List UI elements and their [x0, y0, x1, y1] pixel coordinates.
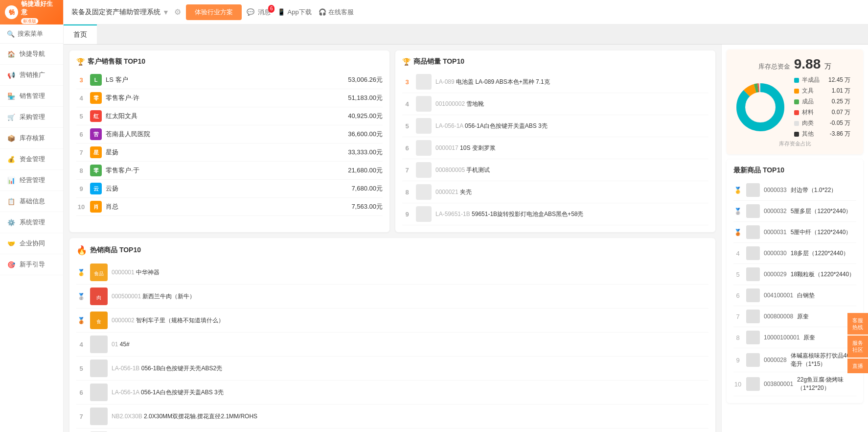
svg-rect-6: [417, 207, 431, 221]
product-img: [746, 267, 760, 281]
content-left: 🏆 客户销售额 TOP10 3 L LS 客户 53,006.26元 4 零: [64, 45, 721, 432]
product-name: 0000017 10S 变刺罗浆: [435, 144, 708, 152]
enterprise-icon: 🤝: [7, 239, 16, 248]
new-products-card: 最新商品 TOP10 🥇 0000033 封边带（1.0*22） 🥈: [727, 159, 863, 403]
sidebar-item-finance[interactable]: 💰 资金管理: [0, 149, 63, 170]
svg-rect-13: [90, 336, 108, 353]
new-product-item: 🥉 0000031 5厘中纤（1220*2440）: [733, 222, 856, 243]
legend-dot: [794, 121, 799, 126]
legend-item: 材料 0.07 万: [794, 108, 850, 117]
rank-item: 5 LA-056-1A 056-1A白色按键开关盖ABS 3壳: [402, 115, 708, 137]
sidebar-item-label: 采购管理: [20, 113, 45, 121]
rank-item: 7 000800005 手机测试: [402, 159, 708, 181]
system-icon: ⚙️: [7, 218, 16, 227]
tab-bar: 首页: [64, 24, 868, 45]
sidebar-item-quick-nav[interactable]: 🏠 快捷导航: [0, 44, 63, 65]
customer-avatar: 苦: [90, 128, 102, 140]
search-menu-label: 搜索菜单: [18, 29, 43, 38]
product-info: 0000002 智利车子里（规格不知道填什么）: [112, 316, 708, 325]
sidebar-item-label: 资金管理: [20, 155, 45, 164]
headset-icon: 🎧: [319, 8, 326, 16]
product-name: 001000002 雪地靴: [435, 100, 708, 108]
product-img: 肉: [90, 288, 108, 305]
sidebar-item-label: 库存核算: [20, 134, 45, 143]
sidebar-item-inventory[interactable]: 📦 库存核算: [0, 128, 63, 149]
sidebar-item-base-info[interactable]: 📋 基础信息: [0, 191, 63, 212]
rank-item: 8 零 零售客户·于 21,680.00元: [76, 162, 383, 180]
svg-point-20: [741, 88, 780, 127]
sidebar-item-sales[interactable]: 🏪 销售管理: [0, 86, 63, 107]
product-img: [746, 310, 760, 323]
svg-rect-26: [747, 226, 759, 238]
sidebar-item-system[interactable]: ⚙️ 系统管理: [0, 212, 63, 233]
inventory-card: 库存总资金 9.88 万: [727, 49, 863, 154]
svg-rect-32: [747, 354, 759, 366]
product-name: LA-056-1A 056-1A白色按键开关盖ABS 3壳: [435, 122, 708, 130]
hot-product-item: 🥈 肉 000500001 新西兰牛肉（新牛）: [76, 285, 708, 309]
base-info-icon: 📋: [7, 197, 16, 206]
product-info: LA-056-1B 056-1B白色按键开关壳ABS2壳: [112, 364, 708, 373]
sidebar-item-label: 快捷导航: [20, 49, 45, 58]
svg-rect-31: [747, 332, 759, 343]
svg-rect-29: [747, 289, 759, 301]
svg-rect-14: [90, 360, 108, 377]
sidebar-item-label: 经营管理: [20, 176, 45, 185]
hot-product-item: 4 01 45#: [76, 333, 708, 357]
product-info: LA-056-1A 056-1A白色按键开关盖ABS 3壳: [112, 388, 708, 397]
sidebar: 畅 畅捷通好生意 标准版 🔍 搜索菜单 🏠 快捷导航 📢 营销推广 🏪 销售管理…: [0, 0, 64, 432]
hot-product-item: 8 0000011 12070519-xs: [76, 429, 708, 432]
message-btn[interactable]: 💬 6 消息: [247, 8, 271, 17]
product-img: [746, 204, 760, 218]
rank-item: 7 星 星扬 33,333.00元: [76, 144, 383, 162]
trial-btn[interactable]: 体验行业方案: [186, 4, 242, 20]
sidebar-item-enterprise[interactable]: 🤝 企业协同: [0, 233, 63, 254]
purchase-icon: 🛒: [7, 113, 16, 121]
product-img: [746, 377, 760, 391]
float-btn-community[interactable]: 服务社区: [847, 336, 868, 358]
product-img: [746, 225, 760, 239]
product-img: [746, 288, 760, 302]
new-product-item: 🥇 0000033 封边带（1.0*22）: [733, 180, 856, 201]
legend-dot: [794, 110, 799, 115]
float-btn-service[interactable]: 客服热线: [847, 313, 868, 335]
sidebar-item-label: 营销推广: [20, 71, 45, 79]
settings-icon[interactable]: ⚙: [174, 7, 181, 17]
float-btn-live[interactable]: 直播: [847, 359, 868, 373]
rank-item: 4 零 零售客户·许 51,183.00元: [76, 89, 383, 107]
product-info: 01 45#: [112, 341, 708, 348]
sidebar-item-purchase[interactable]: 🛒 采购管理: [0, 107, 63, 128]
tab-home[interactable]: 首页: [64, 24, 97, 44]
product-img: [746, 353, 760, 367]
chart-sub-label: 库存资金占比: [733, 140, 856, 147]
svg-rect-27: [747, 247, 759, 259]
rank-item: 3 LA-089 电池盖 LA-089 ABS本色+黑种 7.1克: [402, 71, 708, 93]
sidebar-item-marketing[interactable]: 📢 营销推广: [0, 65, 63, 86]
sidebar-item-operations[interactable]: 📊 经营管理: [0, 170, 63, 191]
rank-item: 3 L LS 客户 53,006.26元: [76, 71, 383, 89]
legend-dot: [794, 99, 799, 104]
sidebar-item-label: 系统管理: [20, 218, 45, 227]
sidebar-item-guide[interactable]: 🎯 新手引导: [0, 254, 63, 275]
online-service-btn[interactable]: 🎧 在线客服: [319, 8, 354, 17]
logo-text-group: 畅捷通好生意 标准版: [21, 0, 58, 24]
donut-chart: [733, 80, 787, 134]
app-download-btn[interactable]: 📱 App下载: [277, 8, 311, 17]
rank-item: 8 0000021 夹壳: [402, 181, 708, 203]
svg-rect-24: [747, 184, 759, 196]
system-selector[interactable]: 装备及固定资产辅助管理系统 ▼: [71, 8, 169, 17]
product-img: [90, 384, 108, 401]
new-product-item: 9 0000028 体碱嘉核味苏打饮品400毫升（1*15）: [733, 348, 856, 372]
rank-item: 6 0000017 10S 变刺罗浆: [402, 137, 708, 159]
svg-rect-1: [417, 97, 431, 111]
product-img: [416, 184, 432, 200]
logo-badge: 标准版: [21, 18, 38, 24]
product-info: 000500001 新西兰牛肉（新牛）: [112, 292, 708, 301]
new-product-item: 5 0000029 18颗粒板（1220*2440）: [733, 264, 856, 285]
svg-rect-30: [747, 311, 759, 322]
product-info: 0000001 中华神器: [112, 268, 708, 277]
search-menu-item[interactable]: 🔍 搜索菜单: [0, 24, 63, 44]
new-product-item: 6 004100001 白钢垫: [733, 285, 856, 306]
message-icon: 💬: [247, 8, 254, 16]
new-product-item: 8 10000100001 原奎: [733, 327, 856, 348]
customer-avatar: 零: [90, 92, 102, 104]
